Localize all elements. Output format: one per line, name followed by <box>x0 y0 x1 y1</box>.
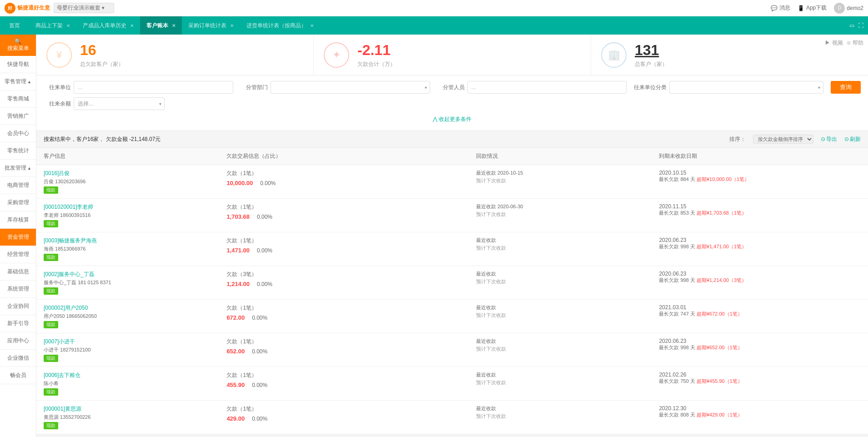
sidebar-item-member-center[interactable]: 会员中心 <box>0 125 36 142</box>
filter-balance: 往来余额 选择... ▾ <box>44 97 861 110</box>
tab-customer-account-close[interactable]: ✕ <box>172 23 176 28</box>
customer-code-0[interactable]: [0016]吕俊 <box>44 170 212 177</box>
overdue-link-7[interactable]: 超期¥429.00（1笔） <box>697 412 743 417</box>
overdue-link-0[interactable]: 超期¥10,000.00（1笔） <box>697 176 749 182</box>
sidebar-item-basic-info[interactable]: 基础信息 <box>0 263 36 281</box>
debt-row-7: 429.00 0.00% <box>226 415 462 422</box>
td-collection-2: 最近收款 预计下次收款 <box>469 232 652 266</box>
sidebar-item-newbie-label: 新手引导 <box>7 320 29 326</box>
debt-row-5: 652.00 0.00% <box>226 347 462 355</box>
phone-icon: 📱 <box>798 5 804 11</box>
sidebar-item-retail-mgmt[interactable]: 零售管理 ▲ <box>0 73 36 90</box>
overdue-link-2[interactable]: 超期¥1,471.00（1笔） <box>697 244 747 249</box>
filter-balance-select[interactable]: 选择... ▾ <box>74 97 165 110</box>
overdue-link-5[interactable]: 超期¥652.00（1笔） <box>697 345 743 350</box>
tab-minimize-icon[interactable]: ▭ <box>849 22 854 29</box>
total-customers-icon: 🏢 <box>601 42 627 68</box>
refresh-btn[interactable]: ⊙ 刷新 <box>844 136 861 143</box>
sidebar-item-vip[interactable]: 畅会员 <box>0 367 36 384</box>
tab-home[interactable]: 首页 <box>0 16 29 35</box>
customer-code-2[interactable]: [0003]畅捷服务尹海燕 <box>44 237 212 245</box>
customer-code-6[interactable]: [0006]去下粮仓 <box>44 372 212 379</box>
help-btn[interactable]: ⊙ 帮助 <box>847 39 863 47</box>
overdue-link-1[interactable]: 超期¥1,703.68（1笔） <box>697 210 747 216</box>
sidebar-item-enterprise-wechat[interactable]: 企业微信 <box>0 350 36 367</box>
filter-department-select[interactable]: ▾ <box>271 81 430 94</box>
next-collect-7: 预计下次收款 <box>476 413 644 420</box>
result-actions: 排序： 按欠款金额倒序排序 ⊙ 导出 ⊙ 刷新 <box>729 135 861 144</box>
tab-production-history[interactable]: 产成品入库单历史 ✕ <box>76 16 140 35</box>
filter-balance-select-input[interactable]: 选择... <box>78 100 161 107</box>
debt-ratio-7: 0.00% <box>252 416 267 422</box>
customer-name-0: 吕俊 13026203696 <box>44 178 212 185</box>
overdue-row-3: 最长欠款 998 天 超期¥1,214.00（3笔） <box>659 277 861 284</box>
sidebar-item-retail-stats[interactable]: 零售统计 <box>0 142 36 160</box>
collapse-icon: ⋀ <box>433 116 437 122</box>
overdue-link-4[interactable]: 超期¥672.00（1笔） <box>697 311 743 316</box>
filter-source-unit-dots: ... <box>78 84 82 90</box>
sidebar-item-inventory[interactable]: 库存核算 <box>0 211 36 229</box>
td-collection-1: 最近收款 2020-06-30 预计下次收款 <box>469 199 652 232</box>
app-download-btn[interactable]: 📱 App下载 <box>798 4 827 12</box>
sidebar-item-marketing[interactable]: 营销推广 <box>0 108 36 125</box>
next-collect-3: 预计下次收款 <box>476 278 644 285</box>
stat-icon-total-customers: 🏢 <box>600 41 627 69</box>
td-debt-info-3: 欠款（3笔） 1,214.00 0.00% <box>219 266 469 300</box>
overdue-link-6[interactable]: 超期¥455.90（1笔） <box>697 378 743 384</box>
collect-date-0: 最近收款 2020-10-15 <box>476 170 644 176</box>
filter-unit-category-select[interactable]: ▾ <box>669 81 823 94</box>
filter-department-select-input[interactable] <box>275 84 426 90</box>
collapse-btn[interactable]: ⋀ 收起更多条件 <box>44 114 861 125</box>
table-row: [0003]畅捷服务尹海燕 海燕 18513066976 现款 欠款（1笔） 1… <box>36 232 868 266</box>
sort-select[interactable]: 按欠款金额倒序排序 <box>753 135 813 144</box>
message-btn[interactable]: 💬 消息 <box>771 4 790 12</box>
view-btn[interactable]: ▶ 视频 <box>825 39 843 47</box>
sidebar-item-newbie[interactable]: 新手引导 <box>0 315 36 332</box>
overdue-days-2: 最长欠款 998 天 <box>659 244 697 249</box>
customer-code-5[interactable]: [0007]小进干 <box>44 338 212 346</box>
sidebar-item-ecommerce-label: 电商管理 <box>7 182 29 188</box>
tab-purchase-stats-product-close[interactable]: ✕ <box>310 23 314 28</box>
td-due-date-5: 2020.06.23 最长欠款 998 天 超期¥652.00（1笔） <box>652 333 868 367</box>
sidebar-item-capital[interactable]: 资金管理 <box>0 229 36 246</box>
th-collection-status: 回款情况 <box>469 148 652 165</box>
export-btn[interactable]: ⊙ 导出 <box>821 136 837 143</box>
sidebar-item-capital-label: 资金管理 <box>7 234 29 240</box>
debt-row-4: 672.00 0.00% <box>226 314 462 321</box>
sidebar-item-retail-mall[interactable]: 零售商城 <box>0 90 36 108</box>
user-avatar-area[interactable]: D demo2 <box>834 3 863 14</box>
tab-products-toggle-close[interactable]: ✕ <box>66 23 70 28</box>
customer-code-1[interactable]: [0001020001]李老师 <box>44 203 212 211</box>
filter-source-unit-input[interactable]: ... <box>74 81 233 94</box>
tab-production-history-close[interactable]: ✕ <box>130 23 134 28</box>
tab-purchase-stats[interactable]: 采购订单统计表 ✕ <box>182 16 240 35</box>
sidebar-item-quicknav[interactable]: 快捷导航 <box>0 56 36 73</box>
next-collect-6: 预计下次收款 <box>476 379 644 386</box>
customer-code-7[interactable]: [000001]黄思源 <box>44 405 212 413</box>
sidebar-item-app-center[interactable]: 应用中心 <box>0 332 36 350</box>
filter-unit-category-select-input[interactable] <box>673 84 819 90</box>
tab-customer-account[interactable]: 客户账本 ✕ <box>140 16 182 35</box>
help-icon: ⊙ <box>847 40 851 46</box>
sidebar-item-batch-mgmt[interactable]: 批发管理 ▲ <box>0 160 36 177</box>
overdue-link-3[interactable]: 超期¥1,214.00（3笔） <box>697 277 747 283</box>
customer-name-4: 用户2050 18665062050 <box>44 313 212 320</box>
debt-ratio-2: 0.00% <box>257 247 272 254</box>
sidebar-item-enterprise[interactable]: 企业协同 <box>0 298 36 315</box>
customer-code-3[interactable]: [0002]服务中心_丁磊 <box>44 271 212 278</box>
sidebar-search[interactable]: 🔍 搜索菜单 <box>0 35 36 56</box>
tab-purchase-stats-product[interactable]: 进货单统计表（按商品） ✕ <box>240 16 320 35</box>
sidebar-item-operation[interactable]: 经营管理 <box>0 246 36 263</box>
filter-person-input[interactable]: ... <box>467 81 627 94</box>
company-selector[interactable]: 母婴行业演示账套 ▾ <box>54 3 114 13</box>
tab-expand-icon[interactable]: ⛶ <box>858 22 863 29</box>
customer-code-4[interactable]: [000002]用户2050 <box>44 304 212 312</box>
sidebar-item-ecommerce[interactable]: 电商管理 <box>0 177 36 194</box>
overdue-days-1: 最长欠款 853 天 <box>659 210 697 216</box>
tab-purchase-stats-close[interactable]: ✕ <box>230 23 234 28</box>
query-button[interactable]: 查询 <box>831 81 861 94</box>
sidebar-item-purchase[interactable]: 采购管理 <box>0 194 36 211</box>
tab-products-toggle[interactable]: 商品上下架 ✕ <box>29 16 76 35</box>
sidebar-item-system[interactable]: 系统管理 <box>0 281 36 298</box>
due-date-7: 2020.12.30 <box>659 405 861 412</box>
